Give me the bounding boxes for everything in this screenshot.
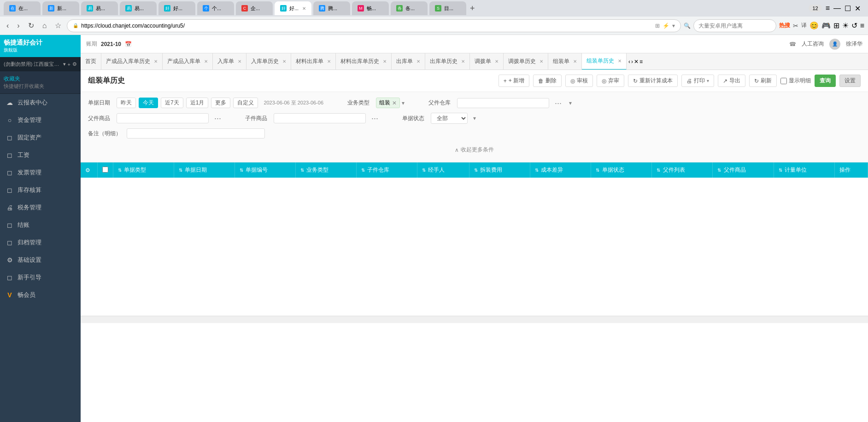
reload-button[interactable]: ↻ xyxy=(25,19,37,32)
tab-out-order-close[interactable]: ✕ xyxy=(416,59,420,64)
col-order-status[interactable]: ⇅ 单据状态 xyxy=(591,162,652,178)
query-button[interactable]: 查询 xyxy=(815,75,836,87)
biz-type-dropdown-icon[interactable]: ▾ xyxy=(402,100,405,106)
browser-tab-3[interactable]: 易 易... xyxy=(81,1,118,15)
browser-tab-4[interactable]: 易 易... xyxy=(120,1,157,15)
browser-tab-10[interactable]: M 畅... xyxy=(352,1,389,15)
tab-next-icon[interactable]: › xyxy=(631,58,633,65)
child-goods-input[interactable] xyxy=(274,113,366,123)
qr-code-icon[interactable]: ⊞ xyxy=(655,23,660,29)
date-btn-yesterday[interactable]: 昨天 xyxy=(117,98,136,108)
emoji-icon[interactable]: 😊 xyxy=(809,21,819,30)
biz-type-tag-close[interactable]: ✕ xyxy=(392,100,397,106)
col-unit[interactable]: ⇅ 计量单位 xyxy=(774,162,834,178)
col-checkbox[interactable] xyxy=(97,162,113,178)
menu-icon[interactable]: ≡ xyxy=(860,22,864,30)
tab-out-hist[interactable]: 出库单历史 ✕ xyxy=(425,53,470,70)
parent-warehouse-more[interactable]: ··· xyxy=(555,99,562,107)
col-settings[interactable]: ⚙ xyxy=(81,162,97,178)
tab-in-order-close[interactable]: ✕ xyxy=(238,59,241,64)
settings-company-icon[interactable]: ⚙ xyxy=(72,61,77,67)
browser-tab-11[interactable]: 各 各... xyxy=(391,1,428,15)
sidebar-item-salary[interactable]: ◻ 工资 xyxy=(0,146,81,164)
sidebar-item-inventory[interactable]: ◻ 库存核算 xyxy=(0,181,81,199)
sidebar-item-fixed-assets[interactable]: ◻ 固定资产 xyxy=(0,129,81,146)
print-dropdown-icon[interactable]: ▾ xyxy=(707,78,709,83)
cut-icon[interactable]: ✂ xyxy=(793,22,798,29)
sun-icon[interactable]: ☀ xyxy=(842,21,849,30)
tab-in-order[interactable]: 入库单 ✕ xyxy=(213,53,246,70)
add-company-icon[interactable]: + xyxy=(68,62,70,67)
new-tab-button[interactable]: + xyxy=(468,4,477,13)
forward-button[interactable]: › xyxy=(14,20,22,32)
date-btn-today[interactable]: 今天 xyxy=(139,98,158,108)
audit-button[interactable]: ◎ 审核 xyxy=(565,75,593,87)
back-button[interactable]: ‹ xyxy=(4,20,12,32)
tab-assemble-hist-close[interactable]: ✕ xyxy=(540,59,543,64)
tab-prod-in[interactable]: 产成品入库单 ✕ xyxy=(163,53,213,70)
refresh-button[interactable]: ↻ 刷新 xyxy=(749,75,777,87)
select-all-checkbox[interactable] xyxy=(102,167,108,173)
browser-tab-7[interactable]: C 企... xyxy=(236,1,273,15)
recalculate-button[interactable]: ↻ 重新计算成本 xyxy=(628,75,678,87)
url-input[interactable] xyxy=(81,23,652,29)
tab-kit-hist-close[interactable]: ✕ xyxy=(618,58,622,64)
address-bar[interactable]: 🔒 ⊞ ⚡ ▾ xyxy=(67,19,680,32)
browser-tab-8[interactable]: 好 好... ✕ xyxy=(275,1,311,15)
sidebar-item-fund[interactable]: ○ 资金管理 xyxy=(0,111,81,129)
col-order-type[interactable]: ⇅ 单据类型 xyxy=(113,162,174,178)
close-window-icon[interactable]: ✕ xyxy=(855,4,861,13)
help-label[interactable]: 人工咨询 xyxy=(802,40,824,48)
child-goods-more[interactable]: ··· xyxy=(371,114,378,122)
collapse-filters-btn[interactable]: ∧ 收起更多条件 xyxy=(88,143,861,156)
tab-out-order[interactable]: 出库单 ✕ xyxy=(392,53,425,70)
parent-warehouse-input[interactable] xyxy=(457,98,549,108)
col-parent-goods[interactable]: ⇅ 父件商品 xyxy=(713,162,774,178)
undo-icon[interactable]: ↺ xyxy=(851,21,857,30)
new-button[interactable]: + + 新增 xyxy=(499,75,529,87)
grid-icon[interactable]: ⊞ xyxy=(833,21,839,30)
tab-close-all-icon[interactable]: ✕ xyxy=(634,58,639,65)
browser-tab-6[interactable]: 个 个... xyxy=(197,1,234,15)
order-status-dropdown[interactable]: ▾ xyxy=(473,115,476,121)
remarks-input[interactable] xyxy=(127,128,265,139)
col-order-date[interactable]: ⇅ 单据日期 xyxy=(174,162,235,178)
date-btn-1month[interactable]: 近1月 xyxy=(186,98,209,108)
sidebar-item-archive[interactable]: ◻ 归档管理 xyxy=(0,234,81,251)
display-detail-checkbox[interactable] xyxy=(780,78,787,84)
sidebar-item-checkout[interactable]: ◻ 结账 xyxy=(0,216,81,234)
column-settings-icon[interactable]: ⚙ xyxy=(85,167,90,173)
browser-search-input[interactable] xyxy=(693,19,776,32)
sidebar-item-guide[interactable]: ◻ 新手引导 xyxy=(0,269,81,286)
browser-tab-close-8[interactable]: ✕ xyxy=(302,6,306,11)
browser-tab-1[interactable]: 在 在... xyxy=(4,1,41,15)
tab-prod-in-hist-close[interactable]: ✕ xyxy=(154,59,158,64)
horizontal-scrollbar[interactable] xyxy=(81,316,868,323)
setup-button[interactable]: 设置 xyxy=(839,75,861,87)
tab-in-hist-close[interactable]: ✕ xyxy=(282,59,286,64)
col-order-no[interactable]: ⇅ 单据编号 xyxy=(235,162,295,178)
tab-mat-out-hist-close[interactable]: ✕ xyxy=(383,59,387,64)
abandon-button[interactable]: ◎ 弃审 xyxy=(597,75,624,87)
game-icon[interactable]: 🎮 xyxy=(821,21,831,30)
delete-button[interactable]: 🗑 删除 xyxy=(533,75,562,87)
tab-options-icon[interactable]: ≡ xyxy=(639,58,643,65)
home-button[interactable]: ⌂ xyxy=(40,20,50,32)
tab-out-hist-close[interactable]: ✕ xyxy=(461,59,465,64)
tab-prod-in-close[interactable]: ✕ xyxy=(204,59,208,64)
export-button[interactable]: ↗ 导出 xyxy=(718,75,745,87)
browser-tab-9[interactable]: 腾 腾... xyxy=(313,1,350,15)
tab-assemble-hist[interactable]: 调拨单历史 ✕ xyxy=(504,53,548,70)
tab-assemble-close[interactable]: ✕ xyxy=(495,59,499,64)
browser-tab-12[interactable]: S 目... xyxy=(429,1,466,15)
date-btn-7days[interactable]: 近7天 xyxy=(161,98,183,108)
sidebar-item-settings[interactable]: ⚙ 基础设置 xyxy=(0,251,81,269)
parent-goods-input[interactable] xyxy=(117,113,209,123)
col-biz-type[interactable]: ⇅ 业务类型 xyxy=(295,162,356,178)
parent-goods-more[interactable]: ··· xyxy=(214,114,221,122)
col-child-warehouse[interactable]: ⇅ 子件仓库 xyxy=(357,162,417,178)
tab-mat-out[interactable]: 材料出库单 ✕ xyxy=(291,53,336,70)
minimize-icon[interactable]: — xyxy=(833,4,841,12)
col-cost-diff[interactable]: ⇅ 成本差异 xyxy=(530,162,591,178)
address-dropdown-icon[interactable]: ▾ xyxy=(672,23,675,29)
